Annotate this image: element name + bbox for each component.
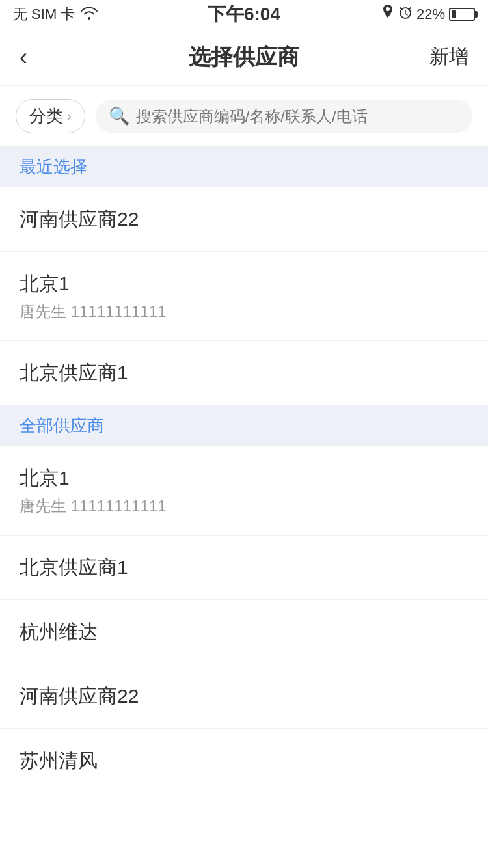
back-button[interactable]: ‹ — [20, 44, 59, 71]
new-button[interactable]: 新增 — [429, 44, 468, 70]
list-item[interactable]: 苏州清风 — [0, 729, 488, 793]
all-list: 北京1唐先生 11111111111北京供应商1杭州维达河南供应商22苏州清风 — [0, 446, 488, 793]
category-button[interactable]: 分类 › — [16, 99, 85, 133]
item-name: 北京1 — [20, 270, 468, 297]
list-item[interactable]: 北京1唐先生 11111111111 — [0, 252, 488, 341]
search-icon: 🔍 — [109, 106, 129, 126]
recent-list: 河南供应商22北京1唐先生 11111111111北京供应商1 — [0, 187, 488, 405]
filter-bar: 分类 › 🔍 — [0, 86, 488, 146]
item-detail: 唐先生 11111111111 — [20, 496, 468, 517]
battery-icon — [449, 8, 475, 21]
status-right: 22% — [381, 5, 475, 24]
item-detail: 唐先生 11111111111 — [20, 301, 468, 322]
status-left: 无 SIM 卡 — [13, 5, 98, 24]
wifi-icon — [80, 5, 98, 23]
status-time: 下午6:04 — [208, 2, 280, 27]
location-icon — [381, 5, 394, 24]
all-section-header: 全部供应商 — [0, 405, 488, 446]
search-box: 🔍 — [96, 100, 472, 133]
carrier-text: 无 SIM 卡 — [13, 5, 75, 24]
list-item[interactable]: 北京供应商1 — [0, 341, 488, 405]
item-name: 杭州维达 — [20, 618, 468, 645]
recent-section-header: 最近选择 — [0, 146, 488, 187]
alarm-icon — [398, 5, 413, 23]
item-name: 北京供应商1 — [20, 554, 468, 581]
chevron-right-icon: › — [67, 109, 72, 124]
item-name: 北京供应商1 — [20, 359, 468, 387]
search-input[interactable] — [136, 107, 459, 126]
item-name: 北京1 — [20, 465, 468, 492]
nav-bar: ‹ 选择供应商 新增 — [0, 29, 488, 86]
category-label: 分类 — [29, 105, 63, 128]
list-item[interactable]: 北京供应商1 — [0, 536, 488, 600]
item-name: 苏州清风 — [20, 747, 468, 774]
item-name: 河南供应商22 — [20, 206, 468, 233]
list-item[interactable]: 杭州维达 — [0, 600, 488, 664]
list-item[interactable]: 河南供应商22 — [0, 187, 488, 252]
all-section-label: 全部供应商 — [20, 416, 104, 435]
item-name: 河南供应商22 — [20, 683, 468, 710]
recent-section-label: 最近选择 — [20, 157, 87, 176]
list-item[interactable]: 北京1唐先生 11111111111 — [0, 446, 488, 536]
battery-percentage: 22% — [416, 6, 445, 23]
status-bar: 无 SIM 卡 下午6:04 22% — [0, 0, 488, 29]
list-item[interactable]: 河南供应商22 — [0, 664, 488, 729]
page-title: 选择供应商 — [189, 42, 299, 72]
